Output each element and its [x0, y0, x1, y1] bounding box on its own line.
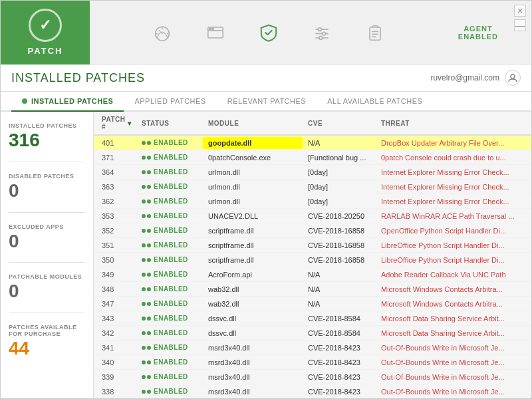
- cell-status: ENABLED: [136, 313, 203, 324]
- close-button[interactable]: ×: [514, 5, 526, 17]
- cell-cve: CVE-2018-16858: [303, 225, 376, 237]
- table-row[interactable]: 351ENABLEDscriptframe.dllCVE-2018-16858L…: [94, 238, 531, 253]
- stat-installed-label: INSTALLED PATCHES: [9, 122, 85, 129]
- tab-all-patches[interactable]: ALL AVAILABLE PATCHES: [317, 92, 433, 112]
- table-row[interactable]: 338ENABLEDmsrd3x40.dllCVE-2018-8423Out-O…: [94, 384, 531, 398]
- tab-active-dot: [22, 98, 27, 104]
- table-row[interactable]: 364ENABLEDurlmon.dll[0day]Internet Explo…: [94, 165, 531, 180]
- cell-cve: CVE-2018-8423: [303, 342, 376, 354]
- cell-cve: N/A: [303, 269, 376, 281]
- user-avatar-icon[interactable]: [505, 70, 521, 86]
- stat-excluded-label: EXCLUDED APPS: [9, 223, 85, 230]
- stat-purchase-label: PATCHES AVAILABLE FOR PURCHASE: [9, 324, 85, 337]
- stat-disabled-label: DISABLED PATCHES: [9, 173, 85, 180]
- agent-section[interactable]: AGENT ENABLED: [448, 25, 509, 41]
- cell-patch-num: 363: [96, 181, 136, 193]
- cell-patch-num: 353: [96, 210, 136, 222]
- cell-patch-num: 349: [96, 269, 136, 281]
- cell-status: ENABLED: [136, 210, 203, 221]
- logo-text: PATCH: [28, 46, 63, 56]
- cell-status: ENABLED: [136, 166, 203, 178]
- cell-cve: N/A: [303, 137, 376, 149]
- table-row[interactable]: 353ENABLEDUNACEV2.DLLCVE-2018-20250RARLA…: [94, 209, 531, 223]
- cell-cve: CVE-2018-16858: [303, 239, 376, 251]
- minimize-button[interactable]: —: [514, 19, 526, 31]
- cell-cve: N/A: [303, 298, 376, 310]
- logo-section[interactable]: ✓ PATCH: [1, 1, 90, 65]
- cell-threat: 0patch Console could crash due to u...: [376, 152, 529, 164]
- table-row[interactable]: 339ENABLEDmsrd3x40.dllCVE-2018-8423Out-O…: [94, 370, 531, 384]
- table-row[interactable]: 401ENABLEDgoopdate.dllN/ADropBox Updater…: [94, 136, 531, 150]
- th-module[interactable]: MODULE: [203, 112, 303, 134]
- nav-icons: [90, 19, 448, 46]
- user-info: ruvelro@gmail.com: [430, 70, 521, 86]
- cell-status: ENABLED: [136, 269, 203, 280]
- svg-point-13: [319, 36, 323, 39]
- table-row[interactable]: 341ENABLEDmsrd3x40.dllCVE-2018-8423Out-O…: [94, 340, 531, 355]
- table-row[interactable]: 350ENABLEDscriptframe.dllCVE-2018-16858L…: [94, 253, 531, 267]
- th-patch[interactable]: PATCH # ▾: [96, 112, 136, 134]
- cell-module: msrd3x40.dll: [203, 342, 303, 354]
- divider-2: [9, 212, 85, 213]
- cell-cve: N/A: [303, 283, 376, 295]
- cell-status: ENABLED: [136, 137, 203, 148]
- cell-patch-num: 352: [96, 225, 136, 237]
- th-threat[interactable]: THREAT: [376, 112, 529, 134]
- th-status[interactable]: STATUS: [136, 112, 203, 134]
- cell-patch-num: 401: [96, 137, 136, 149]
- cell-patch-num: 364: [96, 166, 136, 178]
- nav-clipboard-icon[interactable]: [362, 19, 388, 46]
- cell-cve: [0day]: [303, 196, 376, 207]
- table-row[interactable]: 371ENABLED0patchConsole.exe[Functional b…: [94, 150, 531, 165]
- cell-threat: Internet Explorer Missing Error Check...: [376, 181, 529, 193]
- table-row[interactable]: 363ENABLEDurlmon.dll[0day]Internet Explo…: [94, 180, 531, 194]
- nav-sliders-icon[interactable]: [309, 19, 335, 46]
- nav-browser-icon[interactable]: [202, 19, 229, 46]
- nav-speedometer-icon[interactable]: [149, 19, 176, 46]
- table-row[interactable]: 352ENABLEDscriptframe.dllCVE-2018-16858O…: [94, 223, 531, 238]
- table-row[interactable]: 349ENABLEDAcroForm.apiN/AAdobe Reader Ca…: [94, 267, 531, 282]
- cell-threat: Out-Of-Bounds Write in Microsoft Je...: [376, 371, 529, 383]
- cell-threat: Out-Of-Bounds Write in Microsoft Je...: [376, 386, 529, 398]
- table-row[interactable]: 348ENABLEDwab32.dllN/AMicrosoft Windows …: [94, 282, 531, 297]
- cell-threat: Internet Explorer Missing Error Check...: [376, 166, 529, 178]
- tab-applied-label: APPLIED PATCHES: [134, 97, 205, 105]
- cell-threat: Microsoft Windows Contacts Arbitra...: [376, 298, 529, 310]
- cell-status: ENABLED: [136, 386, 203, 397]
- tab-applied-patches[interactable]: APPLIED PATCHES: [124, 92, 216, 112]
- cell-module: msrd3x40.dll: [203, 386, 303, 398]
- cell-status: ENABLED: [136, 181, 203, 192]
- stat-installed-patches: INSTALLED PATCHES 316: [9, 122, 85, 151]
- cell-module: scriptframe.dll: [203, 225, 303, 237]
- cell-module: wab32.dll: [203, 298, 303, 310]
- cell-status: ENABLED: [136, 356, 203, 368]
- table-row[interactable]: 347ENABLEDwab32.dllN/AMicrosoft Windows …: [94, 297, 531, 311]
- table-row[interactable]: 362ENABLEDurlmon.dll[0day]Internet Explo…: [94, 194, 531, 209]
- table-row[interactable]: 340ENABLEDmsrd3x40.dllCVE-2018-8423Out-O…: [94, 355, 531, 370]
- cell-cve: [Functional bug ...: [303, 152, 376, 164]
- svg-point-12: [323, 32, 326, 35]
- cell-module: 0patchConsole.exe: [203, 152, 303, 164]
- main-content: INSTALLED PATCHES 316 DISABLED PATCHES 0…: [1, 112, 531, 398]
- cell-patch-num: 341: [96, 342, 136, 354]
- cell-threat: DropBox Updater Arbitrary File Over...: [376, 137, 529, 149]
- cell-cve: CVE-2018-8423: [303, 386, 376, 398]
- sort-arrow-icon: ▾: [128, 120, 132, 127]
- cell-cve: [0day]: [303, 181, 376, 193]
- cell-module: dssvc.dll: [203, 327, 303, 339]
- nav-shield-icon[interactable]: [255, 19, 282, 46]
- user-email: ruvelro@gmail.com: [430, 73, 499, 82]
- cell-threat: Microsoft Data Sharing Service Arbit...: [376, 313, 529, 325]
- table-row[interactable]: 342ENABLEDdssvc.dllCVE-2018-8584Microsof…: [94, 326, 531, 340]
- cell-status: ENABLED: [136, 152, 203, 163]
- cell-patch-num: 362: [96, 196, 136, 207]
- tab-relevant-patches[interactable]: RELEVANT PATCHES: [217, 92, 317, 112]
- tab-installed-patches[interactable]: INSTALLED PATCHES: [11, 92, 124, 112]
- cell-module: goopdate.dll: [203, 137, 303, 149]
- table-row[interactable]: 343ENABLEDdssvc.dllCVE-2018-8584Microsof…: [94, 311, 531, 326]
- cell-cve: [0day]: [303, 166, 376, 178]
- th-cve[interactable]: CVE: [303, 112, 376, 134]
- tab-bar: INSTALLED PATCHES APPLIED PATCHES RELEVA…: [1, 92, 531, 112]
- cell-cve: CVE-2018-16858: [303, 254, 376, 266]
- app-window: ✓ PATCH: [0, 0, 532, 399]
